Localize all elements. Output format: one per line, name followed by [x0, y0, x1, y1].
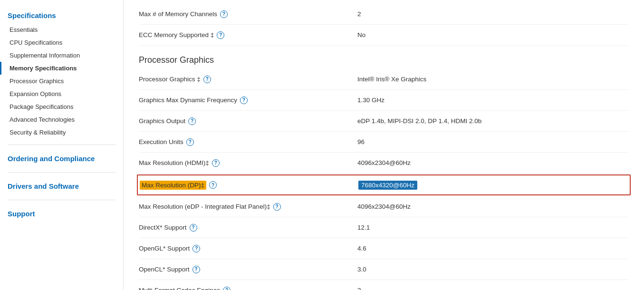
question-icon-ecc-memory[interactable]: ? [217, 31, 224, 39]
question-icon-processor-graphics[interactable]: ? [203, 76, 211, 83]
spec-label-text: Max # of Memory Channels [139, 10, 217, 18]
spec-value-directx: 12.1 [357, 224, 629, 231]
question-icon-max-memory-channels[interactable]: ? [220, 10, 228, 18]
sidebar-item-expansion-options[interactable]: Expansion Options [0, 87, 123, 100]
spec-label-graphics-max-freq: Graphics Max Dynamic Frequency ? [139, 97, 357, 104]
spec-label-max-res-hdmi: Max Resolution (HDMI)‡ ? [139, 159, 357, 167]
spec-value-graphics-max-freq: 1.30 GHz [357, 97, 629, 104]
spec-value-processor-graphics: Intel® Iris® Xe Graphics [357, 76, 629, 83]
spec-value-graphics-output: eDP 1.4b, MIPI-DSI 2.0, DP 1.4, HDMI 2.0… [357, 117, 629, 125]
sidebar-section-drivers-software[interactable]: Drivers and Software [0, 178, 123, 194]
spec-row-graphics-max-freq: Graphics Max Dynamic Frequency ? 1.30 GH… [139, 90, 629, 111]
spec-label-text-gmf: Graphics Max Dynamic Frequency [139, 97, 237, 104]
spec-label-text-dx: DirectX* Support [139, 224, 187, 231]
spec-row-opengl: OpenGL* Support ? 4.6 [139, 238, 629, 259]
sidebar-section-support[interactable]: Support [0, 206, 123, 222]
spec-label-multi-format-codec: Multi-Format Codec Engines ? [139, 287, 357, 290]
spec-label-execution-units: Execution Units ? [139, 138, 357, 146]
spec-row-opencl: OpenCL* Support ? 3.0 [139, 259, 629, 280]
sidebar-item-advanced-technologies[interactable]: Advanced Technologies [0, 113, 123, 126]
spec-row-max-memory-channels: Max # of Memory Channels ? 2 [139, 4, 629, 25]
spec-label-text-go: Graphics Output [139, 117, 185, 125]
question-icon-graphics-max-freq[interactable]: ? [240, 97, 248, 104]
spec-value-execution-units: 96 [357, 138, 629, 145]
spec-label-text-mrh: Max Resolution (HDMI)‡ [139, 159, 209, 166]
spec-label-ecc-memory: ECC Memory Supported ‡ ? [139, 31, 357, 39]
spec-label-max-res-dp: Max Resolution (DP)‡ ? [140, 181, 358, 190]
spec-value-opencl: 3.0 [357, 266, 629, 273]
question-icon-max-res-edp[interactable]: ? [273, 203, 281, 211]
spec-label-opencl: OpenCL* Support ? [139, 266, 357, 273]
question-icon-execution-units[interactable]: ? [186, 138, 194, 146]
spec-label-text-mre: Max Resolution (eDP - Integrated Flat Pa… [139, 203, 270, 210]
spec-label-text-pg: Processor Graphics ‡ [139, 76, 201, 83]
sidebar-section-specifications[interactable]: Specifications [0, 8, 123, 23]
sidebar-item-security-reliability[interactable]: Security & Reliability [0, 126, 123, 139]
sidebar-section-ordering-compliance[interactable]: Ordering and Compliance [0, 151, 123, 166]
spec-row-ecc-memory: ECC Memory Supported ‡ ? No [139, 25, 629, 46]
spec-label-text-mfc: Multi-Format Codec Engines [139, 287, 220, 290]
spec-label-text-ocl: OpenCL* Support [139, 266, 190, 273]
sidebar-item-cpu-specifications[interactable]: CPU Specifications [0, 36, 123, 49]
spec-value-max-memory-channels: 2 [357, 10, 629, 18]
section-heading-processor-graphics: Processor Graphics [139, 46, 629, 69]
spec-value-multi-format-codec: 2 [357, 287, 629, 290]
spec-value-max-res-dp: 7680x4320@60Hz [358, 182, 628, 189]
spec-label-directx: DirectX* Support ? [139, 224, 357, 232]
spec-label-processor-graphics: Processor Graphics ‡ ? [139, 76, 357, 83]
sidebar-item-memory-specifications[interactable]: Memory Specifications [0, 62, 123, 75]
question-icon-multi-format-codec[interactable]: ? [223, 287, 231, 290]
sidebar-item-essentials[interactable]: Essentials [0, 23, 123, 36]
spec-row-max-res-hdmi: Max Resolution (HDMI)‡ ? 4096x2304@60Hz [139, 153, 629, 174]
spec-label-text-eu: Execution Units [139, 138, 183, 145]
sidebar-item-package-specifications[interactable]: Package Specifications [0, 100, 123, 113]
main-content: Max # of Memory Channels ? 2 ECC Memory … [124, 0, 644, 290]
spec-row-processor-graphics: Processor Graphics ‡ ? Intel® Iris® Xe G… [139, 69, 629, 90]
spec-row-directx: DirectX* Support ? 12.1 [139, 217, 629, 238]
sidebar-divider-1 [8, 145, 115, 145]
sidebar: Specifications Essentials CPU Specificat… [0, 0, 124, 290]
spec-row-multi-format-codec: Multi-Format Codec Engines ? 2 [139, 280, 629, 290]
question-icon-max-res-hdmi[interactable]: ? [212, 159, 220, 167]
spec-label-text-ecc: ECC Memory Supported ‡ [139, 31, 214, 39]
sidebar-divider-3 [8, 200, 115, 200]
spec-row-max-res-edp: Max Resolution (eDP - Integrated Flat Pa… [139, 196, 629, 217]
spec-label-opengl: OpenGL* Support ? [139, 245, 357, 252]
spec-label-graphics-output: Graphics Output ? [139, 117, 357, 125]
sidebar-divider-2 [8, 172, 115, 173]
spec-row-execution-units: Execution Units ? 96 [139, 132, 629, 153]
spec-label-max-res-edp: Max Resolution (eDP - Integrated Flat Pa… [139, 203, 357, 211]
spec-value-ecc-memory: No [357, 31, 629, 39]
spec-value-opengl: 4.6 [357, 245, 629, 252]
question-icon-opencl[interactable]: ? [192, 266, 200, 273]
spec-row-max-res-dp: Max Resolution (DP)‡ ? 7680x4320@60Hz [137, 174, 631, 195]
spec-value-max-res-edp: 4096x2304@60Hz [357, 203, 629, 210]
question-icon-directx[interactable]: ? [190, 224, 197, 232]
spec-value-max-res-hdmi: 4096x2304@60Hz [357, 159, 629, 166]
spec-value-text-mrd: 7680x4320@60Hz [358, 181, 417, 190]
question-icon-graphics-output[interactable]: ? [188, 117, 196, 125]
sidebar-item-processor-graphics[interactable]: Processor Graphics [0, 75, 123, 87]
spec-label-max-memory-channels: Max # of Memory Channels ? [139, 10, 357, 18]
question-icon-opengl[interactable]: ? [192, 245, 200, 252]
sidebar-item-supplemental-information[interactable]: Supplemental Information [0, 49, 123, 62]
spec-label-text-mrd: Max Resolution (DP)‡ [140, 181, 206, 190]
spec-label-text-ogl: OpenGL* Support [139, 245, 190, 252]
spec-row-graphics-output: Graphics Output ? eDP 1.4b, MIPI-DSI 2.0… [139, 111, 629, 132]
question-icon-max-res-dp[interactable]: ? [209, 181, 217, 189]
